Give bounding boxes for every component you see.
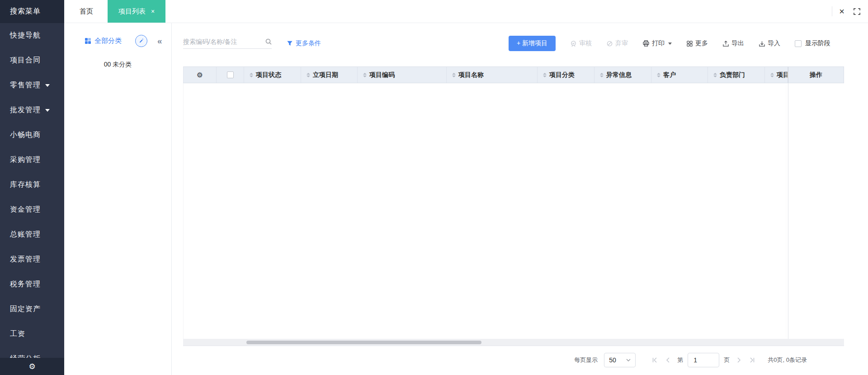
category-item-uncategorized[interactable]: 00 未分类 [64, 61, 171, 69]
tab-bar: 首页 项目列表 × × [64, 0, 868, 23]
record-count-label: 共0页, 0条记录 [768, 356, 807, 364]
edit-categories-button[interactable] [135, 35, 147, 47]
prev-page-button[interactable] [664, 356, 673, 365]
sort-arrows-icon[interactable] [363, 73, 367, 77]
column-header-category[interactable]: 项目分类 [538, 67, 594, 83]
import-icon [759, 40, 765, 47]
gear-icon: ⚙ [28, 362, 35, 371]
sidebar-search-menu[interactable]: 搜索菜单 [0, 0, 64, 23]
sidebar-item-fixed-assets[interactable]: 固定资产 [0, 297, 64, 322]
chevron-down-icon [668, 43, 672, 45]
page-number-input[interactable] [688, 353, 719, 367]
sidebar-item-quick-nav[interactable]: 快捷导航 [0, 23, 64, 48]
page-prefix-label: 第 [677, 356, 683, 364]
fixed-column-divider [788, 83, 788, 339]
sidebar-item-ecommerce[interactable]: 小畅电商 [0, 123, 64, 147]
show-stage-checkbox[interactable] [795, 40, 802, 47]
sidebar-item-retail[interactable]: 零售管理 [0, 73, 64, 98]
table-body-empty [183, 83, 844, 339]
tabbar-right-controls: × [832, 0, 868, 23]
sidebar-item-invoice[interactable]: 发票管理 [0, 247, 64, 272]
sidebar-item-general-ledger[interactable]: 总账管理 [0, 222, 64, 247]
sort-arrows-icon[interactable] [452, 73, 456, 77]
more-actions-button[interactable]: 更多 [686, 39, 708, 47]
close-icon[interactable]: × [832, 6, 851, 17]
select-all-checkbox[interactable] [227, 71, 234, 78]
first-page-button[interactable] [650, 356, 659, 365]
sort-arrows-icon[interactable] [543, 73, 547, 77]
column-header-code[interactable]: 项目编码 [358, 67, 447, 83]
funnel-icon [287, 40, 293, 47]
sidebar-search-menu-label: 搜索菜单 [10, 7, 41, 16]
next-page-button[interactable] [734, 356, 743, 365]
chevron-down-icon [626, 359, 631, 361]
search-icon[interactable] [265, 38, 272, 45]
add-project-button[interactable]: + 新增项目 [509, 36, 556, 51]
import-button[interactable]: 导入 [759, 39, 780, 47]
more-filters-button[interactable]: 更多条件 [287, 39, 321, 47]
column-header-name[interactable]: 项目名称 [447, 67, 538, 83]
export-icon [722, 40, 729, 47]
app-window: 搜索菜单 快捷导航 项目合同 零售管理 批发管理 小畅电商 采购管理 库存核算 … [0, 0, 868, 375]
column-header-department[interactable]: 负责部门 [708, 67, 765, 83]
work-area: 更多条件 + 新增项目 审核 弃审 [172, 23, 868, 375]
per-page-select[interactable]: 50 [604, 353, 636, 367]
sidebar-item-project-contract[interactable]: 项目合同 [0, 48, 64, 73]
tab-close-icon[interactable]: × [151, 8, 155, 14]
collapse-panel-icon[interactable]: « [157, 37, 162, 45]
toolbar-actions: + 新增项目 审核 弃审 [509, 36, 830, 51]
sort-arrows-icon[interactable] [250, 73, 253, 77]
column-header-project-truncated[interactable]: 项目 [765, 67, 788, 83]
gear-icon: ⚙ [197, 71, 203, 79]
column-settings-button[interactable]: ⚙ [184, 67, 217, 83]
category-panel: 全部分类 « 00 未分类 [64, 23, 172, 375]
column-header-start-date[interactable]: 立项日期 [301, 67, 358, 83]
sidebar-nav: 快捷导航 项目合同 零售管理 批发管理 小畅电商 采购管理 库存核算 资金管理 … [0, 23, 64, 358]
audit-button[interactable]: 审核 [570, 39, 592, 47]
page-suffix-label: 页 [724, 356, 730, 364]
sort-arrows-icon[interactable] [657, 73, 660, 77]
column-header-status[interactable]: 项目状态 [244, 67, 301, 83]
pagination-bar: 每页显示 50 第 [574, 352, 807, 368]
print-button[interactable]: 打印 [642, 39, 672, 47]
tab-project-list[interactable]: 项目列表 × [108, 0, 165, 23]
sidebar-item-purchase[interactable]: 采购管理 [0, 147, 64, 172]
fullscreen-icon[interactable] [851, 8, 868, 15]
search-input[interactable] [183, 38, 265, 45]
category-panel-header: 全部分类 « [85, 35, 166, 47]
tab-home[interactable]: 首页 [71, 0, 101, 23]
sidebar-settings-button[interactable]: ⚙ [0, 358, 64, 375]
unaudit-button[interactable]: 弃审 [606, 39, 628, 47]
column-header-actions: 操作 [788, 67, 844, 83]
sidebar-item-funds[interactable]: 资金管理 [0, 197, 64, 222]
category-grid-icon [85, 38, 91, 44]
grid-icon [686, 40, 693, 47]
sidebar-item-wholesale[interactable]: 批发管理 [0, 98, 64, 123]
printer-icon [642, 40, 650, 47]
sort-arrows-icon[interactable] [770, 73, 774, 77]
sort-arrows-icon[interactable] [307, 73, 310, 77]
last-page-button[interactable] [748, 356, 757, 365]
unaudit-icon [606, 40, 613, 47]
select-all-cell [217, 67, 244, 83]
toolbar: 更多条件 + 新增项目 审核 弃审 [183, 33, 830, 54]
sidebar-item-payroll[interactable]: 工资 [0, 322, 64, 347]
content-area: 全部分类 « 00 未分类 [64, 23, 868, 375]
sidebar: 搜索菜单 快捷导航 项目合同 零售管理 批发管理 小畅电商 采购管理 库存核算 … [0, 0, 64, 375]
chevron-down-icon [45, 84, 50, 87]
column-header-customer[interactable]: 客户 [651, 67, 708, 83]
scrollbar-thumb[interactable] [246, 341, 481, 344]
table-header-row: ⚙ 项目状态 立项日期 项目编码 [183, 66, 844, 83]
show-stage-toggle: 显示阶段 [795, 39, 830, 47]
all-categories-link[interactable]: 全部分类 [94, 37, 122, 45]
sidebar-item-tax[interactable]: 税务管理 [0, 272, 64, 297]
sort-arrows-icon[interactable] [600, 73, 604, 77]
sidebar-item-analysis[interactable]: 经营分析 [0, 347, 64, 358]
export-button[interactable]: 导出 [722, 39, 744, 47]
sidebar-item-inventory[interactable]: 库存核算 [0, 172, 64, 197]
search-box [183, 38, 272, 49]
sort-arrows-icon[interactable] [713, 73, 717, 77]
horizontal-scrollbar[interactable] [183, 339, 844, 346]
column-header-exception[interactable]: 异常信息 [594, 67, 651, 83]
audit-seal-icon [570, 40, 577, 47]
